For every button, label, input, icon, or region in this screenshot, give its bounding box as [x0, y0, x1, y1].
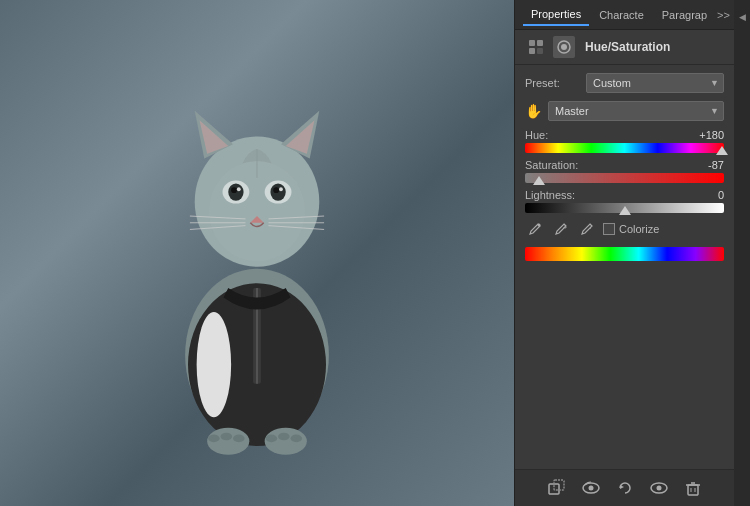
- trash-icon: [684, 479, 702, 497]
- tab-paragraph[interactable]: Paragrap: [654, 5, 715, 25]
- hue-sat-icon[interactable]: [553, 36, 575, 58]
- saturation-label: Saturation:: [525, 159, 578, 171]
- clipping-mask-button[interactable]: [545, 476, 569, 500]
- layer-icon-svg: [528, 39, 544, 55]
- eyedropper-set-tool[interactable]: [525, 219, 545, 239]
- lightness-header: Lightness: 0: [525, 189, 724, 201]
- saturation-section: Saturation: -87: [525, 159, 724, 183]
- lightness-slider-track[interactable]: [525, 203, 724, 213]
- svg-point-33: [278, 433, 290, 441]
- svg-point-50: [656, 486, 661, 491]
- svg-point-17: [237, 187, 241, 191]
- hue-section: Hue: +180: [525, 129, 724, 153]
- eyedropper-add-tool[interactable]: +: [551, 219, 571, 239]
- lightness-value: 0: [694, 189, 724, 201]
- master-select-wrapper: Master Reds Yellows Greens Cyans Blues M…: [548, 101, 724, 121]
- svg-point-47: [588, 486, 593, 491]
- colorize-row: Colorize: [603, 223, 659, 235]
- svg-rect-36: [537, 40, 543, 46]
- rainbow-bar: [525, 247, 724, 261]
- preset-select[interactable]: Custom Default Cyanotype Old Style Sepia: [586, 73, 724, 93]
- svg-point-31: [233, 435, 245, 443]
- panel-header: Hue/Saturation: [515, 30, 734, 65]
- delete-button[interactable]: [681, 476, 705, 500]
- visibility-button[interactable]: [647, 476, 671, 500]
- clipping-mask-icon: [548, 479, 566, 497]
- cat-image: [0, 0, 514, 506]
- svg-point-18: [279, 187, 283, 191]
- svg-point-34: [291, 435, 303, 443]
- lightness-label: Lightness:: [525, 189, 575, 201]
- svg-point-15: [231, 187, 237, 193]
- tab-character[interactable]: Characte: [591, 5, 652, 25]
- tabs-bar: Properties Characte Paragrap >> ≡: [515, 0, 734, 30]
- eyedropper-subtract-icon: -: [580, 222, 594, 236]
- saturation-slider-thumb[interactable]: [533, 176, 545, 185]
- tools-row: + - Colorize: [525, 219, 724, 239]
- svg-marker-48: [620, 485, 624, 489]
- panel-title: Hue/Saturation: [585, 40, 670, 54]
- master-select[interactable]: Master Reds Yellows Greens Cyans Blues M…: [548, 101, 724, 121]
- hue-label: Hue:: [525, 129, 548, 141]
- saturation-slider-track[interactable]: [525, 173, 724, 183]
- svg-point-40: [561, 44, 567, 50]
- colorize-checkbox[interactable]: [603, 223, 615, 235]
- eyedropper-subtract-tool[interactable]: -: [577, 219, 597, 239]
- saturation-header: Saturation: -87: [525, 159, 724, 171]
- svg-point-16: [273, 187, 279, 193]
- lightness-slider-thumb[interactable]: [619, 206, 631, 215]
- svg-point-32: [266, 435, 278, 443]
- saturation-value: -87: [694, 159, 724, 171]
- svg-point-41: [538, 224, 541, 227]
- eyedropper-set-icon: [528, 222, 542, 236]
- svg-text:+: +: [563, 224, 567, 231]
- canvas-area: [0, 0, 514, 506]
- master-row: ✋ Master Reds Yellows Greens Cyans Blues…: [525, 101, 724, 121]
- preset-label: Preset:: [525, 77, 580, 89]
- svg-point-29: [208, 435, 220, 443]
- properties-panel: Properties Characte Paragrap >> ≡ Hue/Sa…: [514, 0, 734, 506]
- adjustment-layer-icon[interactable]: [525, 36, 547, 58]
- reset-icon: [616, 479, 634, 497]
- cat-illustration: [97, 10, 417, 470]
- hue-value: +180: [694, 129, 724, 141]
- hue-slider-track[interactable]: [525, 143, 724, 153]
- svg-rect-35: [529, 40, 535, 46]
- hand-tool-icon[interactable]: ✋: [525, 103, 542, 119]
- colorize-label[interactable]: Colorize: [619, 223, 659, 235]
- preset-select-wrapper: Custom Default Cyanotype Old Style Sepia…: [586, 73, 724, 93]
- visibility-icon: [650, 479, 668, 497]
- side-strip: ◀: [734, 0, 750, 506]
- tab-properties[interactable]: Properties: [523, 4, 589, 26]
- tab-more-icon: >>: [717, 9, 730, 21]
- svg-rect-37: [529, 48, 535, 54]
- svg-rect-51: [688, 485, 698, 495]
- hue-header: Hue: +180: [525, 129, 724, 141]
- view-icon: [582, 479, 600, 497]
- eyedropper-add-icon: +: [554, 222, 568, 236]
- svg-point-4: [197, 312, 232, 417]
- side-collapse-btn[interactable]: ◀: [735, 10, 749, 24]
- panel-content: Preset: Custom Default Cyanotype Old Sty…: [515, 65, 734, 469]
- svg-rect-38: [537, 48, 543, 54]
- reset-button[interactable]: [613, 476, 637, 500]
- preset-row: Preset: Custom Default Cyanotype Old Sty…: [525, 73, 724, 93]
- view-previous-button[interactable]: [579, 476, 603, 500]
- svg-point-30: [221, 433, 232, 441]
- lightness-section: Lightness: 0: [525, 189, 724, 213]
- hue-slider-thumb[interactable]: [716, 146, 728, 155]
- bottom-toolbar: [515, 469, 734, 506]
- circle-icon-svg: [557, 40, 571, 54]
